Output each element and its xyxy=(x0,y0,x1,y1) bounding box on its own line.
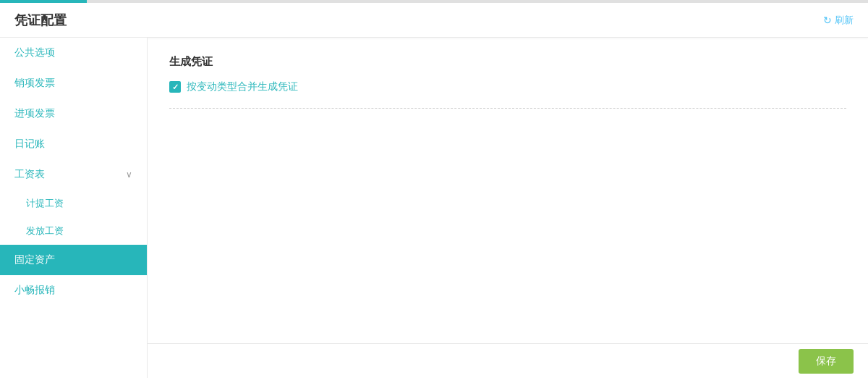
body: 公共选项 销项发票 进项发票 日记账 工资表 ∨ 计提工资 发放工资 固定资 xyxy=(0,38,868,378)
sidebar-item-expense[interactable]: 小畅报销 xyxy=(0,275,147,306)
sidebar-item-public[interactable]: 公共选项 xyxy=(0,38,147,68)
check-mark-icon: ✓ xyxy=(172,83,179,92)
refresh-icon: ↻ xyxy=(823,14,832,26)
sidebar-item-label: 固定资产 xyxy=(14,253,55,266)
content-area: 生成凭证 ✓ 按变动类型合并生成凭证 xyxy=(148,38,868,343)
sidebar-item-label: 发放工资 xyxy=(26,225,64,236)
refresh-label: 刷新 xyxy=(835,14,854,27)
refresh-button[interactable]: ↻ 刷新 xyxy=(823,14,854,27)
divider xyxy=(169,108,846,109)
sidebar-item-label: 小畅报销 xyxy=(14,284,55,297)
sidebar-item-label: 工资表 xyxy=(14,168,45,181)
sidebar-item-label: 计提工资 xyxy=(26,198,64,209)
sidebar-item-pay-salary[interactable]: 发放工资 xyxy=(0,217,147,245)
sidebar: 公共选项 销项发票 进项发票 日记账 工资表 ∨ 计提工资 发放工资 固定资 xyxy=(0,38,148,378)
sidebar-item-payroll[interactable]: 工资表 ∨ xyxy=(0,159,147,190)
top-bar xyxy=(0,0,868,3)
footer: 保存 xyxy=(148,343,868,378)
sidebar-item-calc-salary[interactable]: 计提工资 xyxy=(0,190,147,217)
main-content: 生成凭证 ✓ 按变动类型合并生成凭证 保存 xyxy=(148,38,868,378)
page-wrapper: 凭证配置 ↻ 刷新 公共选项 销项发票 进项发票 日记账 工资表 ∨ xyxy=(0,0,868,378)
sidebar-item-purchase[interactable]: 进项发票 xyxy=(0,98,147,129)
merge-checkbox[interactable]: ✓ xyxy=(169,81,181,93)
sidebar-item-sales[interactable]: 销项发票 xyxy=(0,68,147,98)
checkbox-label[interactable]: 按变动类型合并生成凭证 xyxy=(187,80,298,93)
sidebar-item-label: 进项发票 xyxy=(14,107,55,120)
sidebar-item-label: 日记账 xyxy=(14,138,45,151)
save-button[interactable]: 保存 xyxy=(799,349,854,374)
header: 凭证配置 ↻ 刷新 xyxy=(0,3,868,38)
top-bar-active xyxy=(0,0,87,3)
sidebar-item-label: 公共选项 xyxy=(14,46,55,59)
section-title: 生成凭证 xyxy=(169,55,846,69)
chevron-down-icon: ∨ xyxy=(126,169,132,180)
sidebar-item-fixed-assets[interactable]: 固定资产 xyxy=(0,245,147,275)
sidebar-item-journal[interactable]: 日记账 xyxy=(0,129,147,159)
checkbox-row: ✓ 按变动类型合并生成凭证 xyxy=(169,80,846,93)
sidebar-item-label: 销项发票 xyxy=(14,77,55,90)
page-title: 凭证配置 xyxy=(14,12,67,29)
